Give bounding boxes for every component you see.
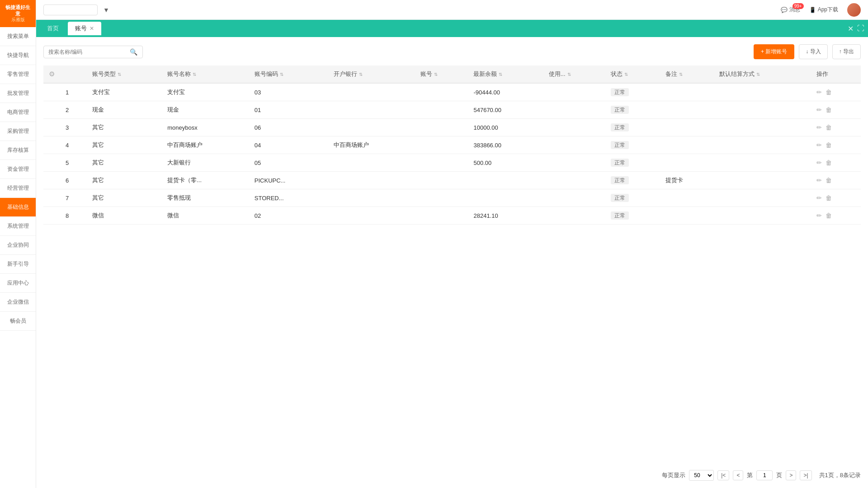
page-input[interactable] [756,470,773,480]
cell-account [415,154,468,172]
tab-accounts-label: 账号 [75,24,87,33]
sidebar-item-app-center[interactable]: 应用中心 [0,274,36,293]
sidebar-item-newcomer[interactable]: 新手引导 [0,255,36,274]
cell-account [415,119,468,136]
delete-icon[interactable]: 🗑 [826,89,832,96]
cell-code: STORED... [249,189,328,207]
cell-code: PICKUPC... [249,172,328,189]
sidebar-item-inventory-calc[interactable]: 库存核算 [0,141,36,160]
col-name[interactable]: 账号名称⇅ [162,66,249,83]
delete-icon[interactable]: 🗑 [826,212,832,219]
col-balance[interactable]: 最新余额⇅ [468,66,543,83]
sidebar-item-vip[interactable]: 畅会员 [0,312,36,331]
tab-accounts-close[interactable]: ✕ [90,25,94,32]
tab-accounts[interactable]: 账号 ✕ [68,22,101,35]
cell-type: 现金 [87,101,162,119]
sidebar-item-sys-mgmt[interactable]: 系统管理 [0,217,36,236]
tab-close-icon[interactable]: ✕ [848,24,854,33]
page-next-button[interactable]: > [786,470,796,480]
col-action: 操作 [811,66,861,83]
cell-bank [328,154,415,172]
settings-gear-icon[interactable]: ⚙ [49,70,55,78]
cell-name: 现金 [162,101,249,119]
delete-icon[interactable]: 🗑 [826,124,832,131]
status-badge: 正常 [611,141,629,149]
edit-icon[interactable]: ✏ [816,194,822,202]
cell-bank [328,83,415,101]
sidebar-item-retail-mgmt[interactable]: 零售管理 [0,65,36,84]
search-icon[interactable]: 🔍 [130,48,137,56]
delete-icon[interactable]: 🗑 [826,141,832,149]
col-default-settle[interactable]: 默认结算方式⇅ [714,66,811,83]
import-button[interactable]: ↓ 导入 [799,44,827,59]
search-wrap: 🔍 [43,46,143,58]
cell-settings [43,136,60,154]
sidebar-item-ecommerce-mgmt[interactable]: 电商管理 [0,103,36,122]
tab-bar-right: ✕ ⛶ [848,24,864,33]
sidebar-item-biz-wechat[interactable]: 企业微信 [0,293,36,312]
add-account-button[interactable]: + 新增账号 [754,44,794,59]
col-remark[interactable]: 备注⇅ [660,66,714,83]
col-type[interactable]: 账号类型⇅ [87,66,162,83]
logo-text: 畅捷通好生意 [4,4,32,17]
cell-account [415,83,468,101]
table-row: 3 其它 moneybosx 06 10000.00 正常 ✏ 🗑 [43,119,861,136]
table-row: 6 其它 提货卡（零... PICKUPC... 正常 提货卡 ✏ 🗑 [43,172,861,189]
cell-remark [660,136,714,154]
cell-action: ✏ 🗑 [811,83,861,101]
cell-action: ✏ 🗑 [811,207,861,225]
cell-action: ✏ 🗑 [811,119,861,136]
cell-name: 提货卡（零... [162,172,249,189]
col-account[interactable]: 账号⇅ [415,66,468,83]
sidebar-item-wholesale-mgmt[interactable]: 批发管理 [0,84,36,103]
cell-default-settle [714,83,811,101]
edit-icon[interactable]: ✏ [816,124,822,131]
top-search-input[interactable] [43,5,98,15]
page-prev-button[interactable]: < [733,470,743,480]
cell-balance: 500.00 [468,154,543,172]
table-row: 5 其它 大新银行 05 500.00 正常 ✏ 🗑 [43,154,861,172]
page-first-button[interactable]: |< [717,470,729,480]
edit-icon[interactable]: ✏ [816,106,822,113]
sidebar-item-basic-info[interactable]: 基础信息 [0,198,36,217]
sidebar-item-fund-mgmt[interactable]: 资金管理 [0,160,36,179]
delete-icon[interactable]: 🗑 [826,106,832,113]
edit-icon[interactable]: ✏ [816,177,822,184]
sidebar-item-quick-nav[interactable]: 快捷导航 [0,46,36,65]
edit-icon[interactable]: ✏ [816,141,822,149]
col-status[interactable]: 状态⇅ [605,66,660,83]
delete-icon[interactable]: 🗑 [826,177,832,184]
export-button[interactable]: ↑ 导出 [832,44,861,59]
cell-default-settle [714,136,811,154]
dropdown-icon[interactable]: ▼ [103,6,109,14]
search-input[interactable] [48,49,130,55]
delete-icon[interactable]: 🗑 [826,159,832,166]
cell-usage [543,101,606,119]
cell-settings [43,101,60,119]
app-download-button[interactable]: 📱 App下载 [809,6,838,14]
delete-icon[interactable]: 🗑 [826,194,832,202]
message-button[interactable]: 💬 消息 99+ [781,6,800,14]
page-size-label: 每页显示 [662,471,685,479]
col-code[interactable]: 账号编码⇅ [249,66,328,83]
col-usage[interactable]: 使用...⇅ [543,66,606,83]
tab-expand-icon[interactable]: ⛶ [857,24,864,33]
page-size-select[interactable]: 50 100 200 [689,470,714,481]
edit-icon[interactable]: ✏ [816,212,822,219]
pagination: 每页显示 50 100 200 |< < 第 页 > >| 共1页，8条记录 [43,463,861,481]
page-last-button[interactable]: >| [800,470,811,480]
cell-usage [543,189,606,207]
table-row: 2 现金 现金 01 547670.00 正常 ✏ 🗑 [43,101,861,119]
edit-icon[interactable]: ✏ [816,89,822,96]
sidebar-item-ops-mgmt[interactable]: 经营管理 [0,179,36,198]
avatar[interactable] [847,3,861,17]
edit-icon[interactable]: ✏ [816,159,822,166]
cell-code: 03 [249,83,328,101]
tab-home[interactable]: 首页 [40,22,66,35]
sidebar-item-purchase-mgmt[interactable]: 采购管理 [0,122,36,141]
cell-remark [660,83,714,101]
sidebar-item-biz-agreement[interactable]: 企业协同 [0,236,36,255]
col-bank[interactable]: 开户银行⇅ [328,66,415,83]
sidebar-item-search-menu[interactable]: 搜索菜单 [0,27,36,46]
cell-name: 零售抵现 [162,189,249,207]
